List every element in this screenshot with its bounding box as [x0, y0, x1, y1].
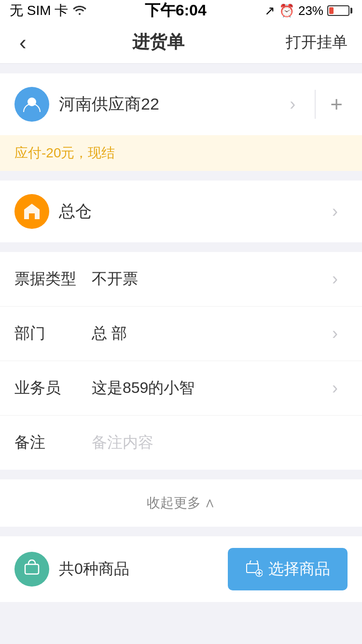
svg-rect-2 — [25, 564, 39, 574]
add-supplier-button[interactable]: + — [325, 92, 348, 116]
salesperson-label: 业务员 — [14, 378, 82, 399]
supplier-row[interactable]: 河南供应商22 › + — [0, 73, 362, 135]
warehouse-name: 总仓 — [59, 200, 332, 223]
location-icon: ↗ — [265, 3, 275, 18]
carrier-text: 无 SIM 卡 — [10, 1, 68, 20]
status-bar: 无 SIM 卡 下午6:04 ↗ ⏰ 23% — [0, 0, 362, 21]
back-button[interactable]: ‹ — [14, 30, 31, 55]
svg-point-0 — [28, 98, 36, 106]
form-row-invoice[interactable]: 票据类型 不开票 › — [0, 252, 362, 307]
select-product-label: 选择商品 — [268, 559, 330, 580]
salesperson-value: 这是859的小智 — [82, 378, 332, 399]
select-product-button[interactable]: 选择商品 — [228, 548, 348, 590]
nav-bar: ‹ 进货单 打开挂单 — [0, 21, 362, 64]
warehouse-icon — [14, 194, 49, 229]
supplier-card: 河南供应商22 › + 应付-20元，现结 — [0, 73, 362, 171]
department-label: 部门 — [14, 323, 82, 344]
remark-label: 备注 — [14, 432, 82, 453]
salesperson-chevron-icon: › — [332, 378, 338, 398]
notice-text: 应付-20元，现结 — [14, 145, 115, 160]
status-right: ↗ ⏰ 23% — [265, 3, 352, 18]
form-section: 票据类型 不开票 › 部门 总 部 › 业务员 这是859的小智 › 备注 备注… — [0, 252, 362, 470]
supplier-chevron-icon: › — [290, 94, 295, 114]
product-icon — [14, 552, 49, 587]
supplier-avatar — [14, 87, 49, 122]
product-count-text: 共0种商品 — [59, 559, 218, 580]
section-gap-1 — [0, 64, 362, 73]
divider — [315, 90, 316, 119]
form-row-department[interactable]: 部门 总 部 › — [0, 307, 362, 361]
svg-rect-1 — [29, 213, 35, 219]
warehouse-chevron-icon: › — [332, 201, 338, 222]
wifi-icon — [73, 3, 86, 18]
invoice-label: 票据类型 — [14, 268, 82, 290]
form-row-remark[interactable]: 备注 备注内容 — [0, 416, 362, 470]
bottom-bar: 共0种商品 选择商品 — [0, 536, 362, 602]
department-value: 总 部 — [82, 323, 332, 344]
form-row-salesperson[interactable]: 业务员 这是859的小智 › — [0, 361, 362, 416]
alarm-icon: ⏰ — [279, 3, 294, 18]
status-left: 无 SIM 卡 — [10, 1, 86, 20]
notice-bar: 应付-20元，现结 — [0, 135, 362, 171]
invoice-value: 不开票 — [82, 268, 332, 290]
collapse-button[interactable]: 收起更多 ∧ — [0, 479, 362, 527]
status-time: 下午6:04 — [145, 0, 207, 21]
battery-text: 23% — [298, 3, 323, 18]
battery-indicator — [327, 5, 352, 16]
invoice-chevron-icon: › — [332, 269, 338, 289]
page-title: 进货单 — [132, 30, 184, 54]
remark-input[interactable]: 备注内容 — [82, 432, 348, 453]
supplier-name: 河南供应商22 — [59, 93, 290, 115]
open-pending-button[interactable]: 打开挂单 — [286, 32, 348, 53]
warehouse-row[interactable]: 总仓 › — [0, 181, 362, 242]
department-chevron-icon: › — [332, 323, 338, 344]
